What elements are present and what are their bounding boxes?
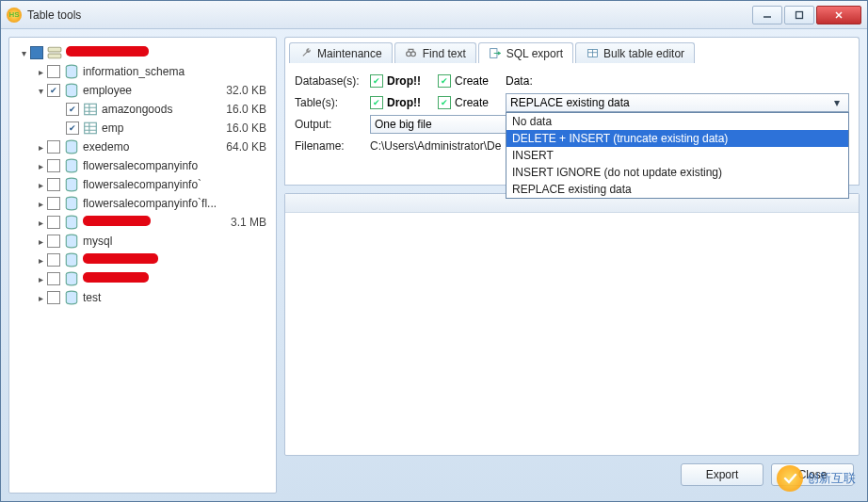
- svg-point-26: [411, 52, 416, 57]
- tree-checkbox[interactable]: [66, 103, 79, 116]
- chevron-down-icon: ▾: [829, 96, 844, 109]
- tree-row[interactable]: ▾employee32.0 KB: [13, 81, 272, 100]
- tree-checkbox[interactable]: [47, 291, 60, 304]
- option-delete-insert[interactable]: DELETE + INSERT (truncate existing data): [506, 130, 848, 147]
- maximize-button[interactable]: [784, 6, 814, 24]
- redacted-label: [66, 46, 149, 57]
- tree-checkbox[interactable]: [47, 178, 60, 191]
- tree-label: emp: [102, 121, 123, 135]
- db-create-checkbox[interactable]: [438, 74, 451, 88]
- tree-row[interactable]: ▸test: [13, 288, 272, 307]
- tree-size: 16.0 KB: [226, 121, 272, 135]
- svg-rect-8: [85, 104, 97, 114]
- tree-label: flowersalecompanyinfo`: [83, 178, 201, 191]
- db-drop-label: Drop!!: [387, 74, 421, 88]
- tree-checkbox[interactable]: [47, 272, 60, 285]
- tab-sql-export[interactable]: SQL export: [478, 42, 573, 63]
- tab-bulk[interactable]: Bulk table editor: [575, 42, 695, 63]
- output-label: Output:: [295, 118, 370, 131]
- server-icon: [47, 46, 62, 59]
- tree-label: flowersalecompanyinfo: [83, 159, 198, 172]
- option-no-data[interactable]: No data: [506, 113, 848, 130]
- minimize-button[interactable]: [752, 6, 782, 24]
- tree-label: information_schema: [83, 65, 185, 78]
- option-insert[interactable]: INSERT: [506, 147, 848, 164]
- tree-row[interactable]: ▸3.1 MB: [13, 213, 272, 232]
- tree-checkbox[interactable]: [47, 197, 60, 210]
- watermark: 创新互联: [777, 465, 856, 492]
- tree-row[interactable]: ▾: [13, 43, 272, 62]
- tab-maintenance[interactable]: Maintenance: [289, 42, 393, 63]
- tree-checkbox[interactable]: [47, 140, 60, 154]
- expand-arrow-icon[interactable]: ▸: [34, 180, 47, 190]
- tree-checkbox[interactable]: [47, 216, 60, 229]
- tree-row[interactable]: ▸flowersalecompanyinfo: [13, 156, 272, 175]
- tree-checkbox[interactable]: [47, 253, 60, 267]
- db-icon: [64, 272, 79, 285]
- tree-label: [83, 253, 158, 267]
- tbl-drop-label: Drop!!: [387, 96, 421, 109]
- tree-row[interactable]: ▸: [13, 251, 272, 269]
- tree-checkbox[interactable]: [47, 65, 60, 78]
- tab-find[interactable]: Find text: [394, 42, 476, 63]
- data-combo[interactable]: REPLACE existing data ▾ No data DELETE +…: [506, 93, 849, 112]
- right-panel: Maintenance Find text SQL export Bulk ta…: [284, 37, 860, 494]
- tree-row[interactable]: ▸exedemo64.0 KB: [13, 138, 272, 156]
- svg-rect-5: [48, 54, 61, 58]
- tbl-drop-checkbox[interactable]: [370, 96, 383, 109]
- expand-arrow-icon[interactable]: ▸: [34, 199, 47, 209]
- watermark-icon: [777, 465, 803, 492]
- tree-panel[interactable]: ▾▸information_schema▾employee32.0 KBamaz…: [8, 37, 277, 494]
- app-icon: HS: [7, 8, 22, 23]
- tree-row[interactable]: ▸: [13, 269, 272, 288]
- expand-arrow-icon[interactable]: ▸: [34, 142, 47, 153]
- tbl-create-checkbox[interactable]: [438, 96, 451, 109]
- expand-arrow-icon[interactable]: ▸: [34, 236, 47, 247]
- tree-row[interactable]: ▸flowersalecompanyinfo`fl...: [13, 194, 272, 213]
- db-icon: [64, 253, 79, 267]
- tree-row[interactable]: ▸information_schema: [13, 62, 272, 81]
- db-create-label: Create: [455, 74, 489, 88]
- expand-arrow-icon[interactable]: ▸: [34, 218, 47, 228]
- expand-arrow-icon[interactable]: ▸: [34, 293, 47, 303]
- expand-arrow-icon[interactable]: ▸: [34, 161, 47, 171]
- data-dropdown: No data DELETE + INSERT (truncate existi…: [506, 112, 849, 199]
- tree-checkbox[interactable]: [47, 159, 60, 172]
- window-title: Table tools: [27, 8, 81, 22]
- expand-arrow-icon[interactable]: ▸: [34, 274, 47, 284]
- tree-checkbox[interactable]: [30, 46, 43, 59]
- expand-arrow-icon[interactable]: ▸: [34, 255, 47, 266]
- tree-checkbox[interactable]: [47, 84, 60, 97]
- export-form: Database(s): Drop!! Create Data: Table(s…: [284, 63, 860, 186]
- tree-size: 64.0 KB: [226, 140, 272, 154]
- tree-row[interactable]: ▸flowersalecompanyinfo`: [13, 175, 272, 194]
- tree-row[interactable]: emp16.0 KB: [13, 119, 272, 138]
- svg-rect-12: [85, 122, 97, 133]
- expand-arrow-icon[interactable]: ▾: [17, 48, 30, 58]
- expand-arrow-icon[interactable]: ▾: [34, 86, 47, 96]
- db-drop-checkbox[interactable]: [370, 74, 383, 88]
- redacted-label: [83, 272, 149, 283]
- filename-value: C:\Users\Administrator\De: [370, 139, 501, 153]
- tree-label: employee: [83, 84, 132, 97]
- tree-row[interactable]: amazongoods16.0 KB: [13, 100, 272, 119]
- tree-label: exedemo: [83, 140, 129, 154]
- databases-label: Database(s):: [295, 74, 370, 88]
- tree-label: test: [83, 291, 101, 304]
- expand-arrow-icon[interactable]: ▸: [34, 67, 47, 77]
- tree-checkbox[interactable]: [66, 121, 79, 135]
- close-button[interactable]: [816, 6, 861, 24]
- tree-row[interactable]: ▸mysql: [13, 232, 272, 251]
- export-button[interactable]: Export: [681, 463, 764, 486]
- db-icon: [64, 140, 79, 154]
- tree-label: [83, 216, 151, 229]
- filename-label: Filename:: [295, 139, 370, 153]
- tree-label: [83, 272, 149, 285]
- window: HS Table tools ▾▸information_schema▾empl…: [0, 0, 868, 502]
- tab-find-label: Find text: [423, 47, 466, 60]
- window-buttons: [750, 6, 861, 24]
- tree-label: amazongoods: [102, 103, 172, 116]
- option-replace[interactable]: REPLACE existing data: [506, 181, 848, 198]
- tree-checkbox[interactable]: [47, 235, 60, 248]
- option-insert-ignore[interactable]: INSERT IGNORE (do not update existing): [506, 164, 848, 181]
